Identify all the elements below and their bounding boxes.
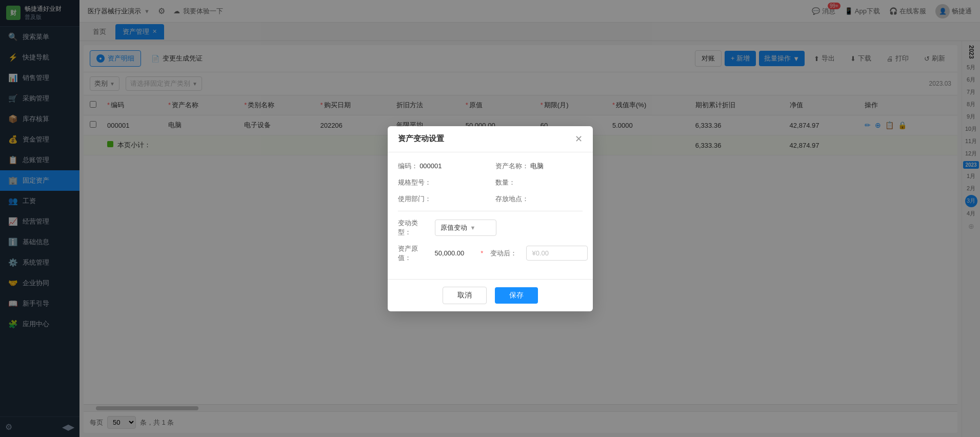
modal-value-row: 资产原值： 50,000.00 * 变动后： — [398, 244, 583, 263]
modal-dept-label: 使用部门： — [398, 195, 431, 203]
modal-info-row-2: 规格型号： 数量： — [398, 178, 583, 187]
modal-spec-field: 规格型号： — [398, 178, 485, 187]
modal-original-value-display: 50,000.00 — [435, 249, 465, 257]
modal-asset-name-value: 电脑 — [530, 162, 544, 170]
modal-code-value: 000001 — [419, 162, 442, 170]
modal-close-icon[interactable]: ✕ — [575, 133, 583, 145]
asset-change-modal: 资产变动设置 ✕ 编码： 000001 资产名称： 电脑 规格型号： — [388, 126, 593, 311]
modal-header: 资产变动设置 ✕ — [388, 126, 593, 152]
modal-after-change-input[interactable] — [526, 246, 588, 261]
modal-code-label: 编码： — [398, 162, 418, 170]
modal-change-type-select[interactable]: 原值变动 ▼ — [435, 220, 496, 236]
modal-change-type-value: 原值变动 — [441, 223, 467, 232]
modal-after-change-label: 变动后： — [490, 249, 517, 258]
modal-change-type-label: 变动类型： — [398, 218, 429, 237]
modal-original-value-label: 资产原值： — [398, 244, 429, 263]
modal-overlay[interactable]: 资产变动设置 ✕ 编码： 000001 资产名称： 电脑 规格型号： — [0, 0, 980, 437]
modal-cancel-button[interactable]: 取消 — [443, 287, 487, 304]
modal-divider — [398, 211, 583, 211]
modal-footer: 取消 保存 — [388, 279, 593, 311]
modal-change-type-row: 变动类型： 原值变动 ▼ — [398, 218, 583, 237]
modal-location-label: 存放地点： — [495, 195, 529, 203]
modal-quantity-field: 数量： — [495, 178, 583, 187]
modal-body: 编码： 000001 资产名称： 电脑 规格型号： 数量： — [388, 152, 593, 279]
modal-after-required: * — [481, 249, 483, 257]
modal-code-field: 编码： 000001 — [398, 162, 485, 171]
modal-title: 资产变动设置 — [398, 134, 444, 144]
modal-name-field: 资产名称： 电脑 — [495, 162, 583, 171]
modal-department-field: 使用部门： — [398, 194, 485, 204]
modal-change-type-arrow: ▼ — [470, 225, 476, 231]
modal-quantity-label: 数量： — [495, 178, 515, 186]
modal-info-row-1: 编码： 000001 资产名称： 电脑 — [398, 162, 583, 171]
modal-spec-label: 规格型号： — [398, 178, 431, 186]
modal-save-button[interactable]: 保存 — [495, 287, 538, 304]
modal-asset-name-label: 资产名称： — [495, 162, 529, 170]
modal-info-row-3: 使用部门： 存放地点： — [398, 194, 583, 204]
modal-location-field: 存放地点： — [495, 194, 583, 204]
